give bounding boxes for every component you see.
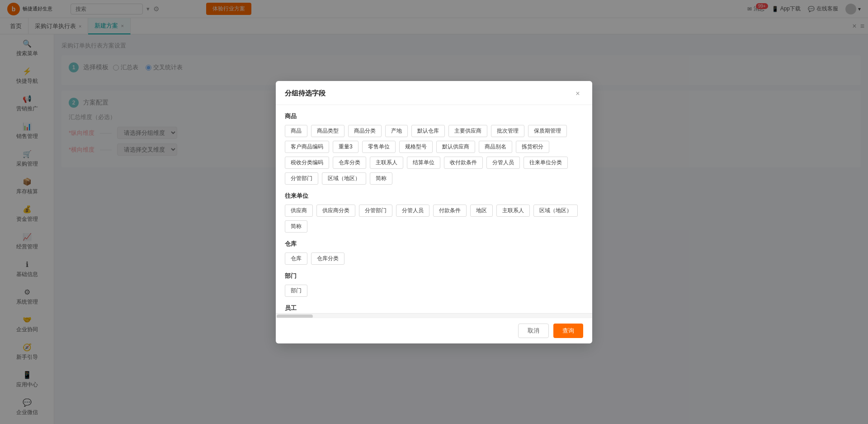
field-tag-收付款条件[interactable]: 收付款条件 [444, 157, 483, 169]
field-tag-区域（地区）[interactable]: 区域（地区） [533, 205, 578, 217]
field-tag-部门[interactable]: 部门 [285, 285, 307, 297]
field-tag-分管部门[interactable]: 分管部门 [285, 172, 318, 185]
field-section-title-department: 部门 [285, 272, 583, 280]
modal-body: 商品商品商品类型商品分类产地默认仓库主要供应商批次管理保质期管理客户商品编码重量… [276, 105, 592, 313]
field-section-warehouse: 仓库仓库仓库分类 [285, 240, 583, 265]
field-tag-简称[interactable]: 简称 [370, 172, 392, 185]
field-tags-warehouse: 仓库仓库分类 [285, 252, 583, 265]
field-tag-分管人员[interactable]: 分管人员 [396, 205, 429, 217]
field-tag-往来单位分类[interactable]: 往来单位分类 [524, 157, 568, 169]
field-tag-主要供应商[interactable]: 主要供应商 [448, 125, 487, 137]
field-tag-商品别名[interactable]: 商品别名 [479, 141, 512, 153]
field-tag-批次管理[interactable]: 批次管理 [491, 125, 524, 137]
field-tag-主联系人[interactable]: 主联系人 [370, 157, 403, 169]
field-tag-保质期管理[interactable]: 保质期管理 [528, 125, 567, 137]
modal-title: 分组待选字段 [285, 89, 326, 98]
modal-close-btn[interactable]: × [572, 88, 583, 99]
field-tag-付款条件[interactable]: 付款条件 [433, 205, 467, 217]
field-tag-分管人员[interactable]: 分管人员 [486, 157, 520, 169]
field-tags-department: 部门 [285, 285, 583, 297]
confirm-button[interactable]: 查询 [553, 324, 583, 338]
field-tag-仓库分类[interactable]: 仓库分类 [333, 157, 366, 169]
field-tags-partner: 供应商供应商分类分管部门分管人员付款条件地区主联系人区域（地区）简称 [285, 205, 583, 233]
field-section-title-partner: 往来单位 [285, 192, 583, 200]
field-tag-零售单位[interactable]: 零售单位 [362, 141, 396, 153]
modal-overlay: 分组待选字段 × 商品商品商品类型商品分类产地默认仓库主要供应商批次管理保质期管… [0, 0, 868, 424]
field-tag-商品类型[interactable]: 商品类型 [311, 125, 344, 137]
field-tag-主联系人[interactable]: 主联系人 [496, 205, 530, 217]
field-select-modal: 分组待选字段 × 商品商品商品类型商品分类产地默认仓库主要供应商批次管理保质期管… [276, 81, 592, 343]
scroll-thumb[interactable] [277, 314, 313, 318]
field-section-employee: 员工业务员 [285, 304, 583, 313]
field-tag-仓库[interactable]: 仓库 [285, 252, 307, 265]
field-tag-拣货积分[interactable]: 拣货积分 [516, 141, 549, 153]
field-tag-默认仓库[interactable]: 默认仓库 [411, 125, 445, 137]
modal-footer: 取消 查询 [276, 318, 592, 343]
field-tag-分管部门[interactable]: 分管部门 [359, 205, 392, 217]
field-tag-规格型号[interactable]: 规格型号 [399, 141, 433, 153]
field-tag-商品分类[interactable]: 商品分类 [348, 125, 382, 137]
field-tag-客户商品编码[interactable]: 客户商品编码 [285, 141, 329, 153]
field-tag-供应商[interactable]: 供应商 [285, 205, 313, 217]
field-section-product: 商品商品商品类型商品分类产地默认仓库主要供应商批次管理保质期管理客户商品编码重量… [285, 112, 583, 185]
field-tag-供应商分类[interactable]: 供应商分类 [316, 205, 355, 217]
field-tag-简称[interactable]: 简称 [285, 220, 307, 233]
field-tag-产地[interactable]: 产地 [385, 125, 408, 137]
field-section-title-warehouse: 仓库 [285, 240, 583, 248]
scroll-track [276, 314, 592, 318]
field-section-partner: 往来单位供应商供应商分类分管部门分管人员付款条件地区主联系人区域（地区）简称 [285, 192, 583, 233]
field-section-title-employee: 员工 [285, 304, 583, 312]
modal-header: 分组待选字段 × [276, 81, 592, 105]
field-section-department: 部门部门 [285, 272, 583, 297]
field-tag-重量3[interactable]: 重量3 [333, 141, 359, 153]
modal-scroll-x [276, 313, 592, 318]
field-tag-结算单位[interactable]: 结算单位 [407, 157, 440, 169]
field-tag-区域（地区）[interactable]: 区域（地区） [322, 172, 366, 185]
field-tag-地区[interactable]: 地区 [470, 205, 493, 217]
field-tag-默认供应商[interactable]: 默认供应商 [436, 141, 475, 153]
field-tag-商品[interactable]: 商品 [285, 125, 307, 137]
field-tags-product: 商品商品类型商品分类产地默认仓库主要供应商批次管理保质期管理客户商品编码重量3零… [285, 125, 583, 185]
field-section-title-product: 商品 [285, 112, 583, 120]
field-tag-仓库分类[interactable]: 仓库分类 [311, 252, 344, 265]
cancel-button[interactable]: 取消 [518, 324, 549, 338]
field-tag-税收分类编码[interactable]: 税收分类编码 [285, 157, 329, 169]
